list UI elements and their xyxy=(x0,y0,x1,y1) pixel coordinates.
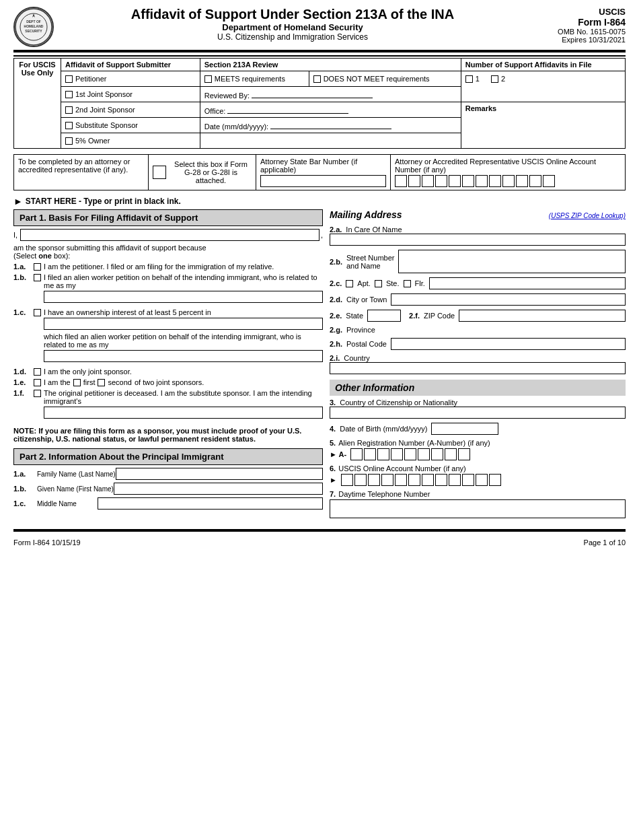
header-divider2 xyxy=(13,55,626,57)
item-5-group: 5. Alien Registration Number (A-Number) … xyxy=(330,439,626,460)
flr-checkbox[interactable] xyxy=(404,280,411,287)
part2-given-input[interactable] xyxy=(114,483,323,495)
acct-cell-11[interactable] xyxy=(529,175,541,187)
uscis-acct-7[interactable] xyxy=(422,474,434,486)
uscis-acct-6[interactable] xyxy=(408,474,420,486)
acct-cell-3[interactable] xyxy=(422,175,434,187)
item-3-label: Country of Citizenship or Nationality xyxy=(340,398,457,407)
meets-checkbox[interactable] xyxy=(204,75,212,83)
part2-1a-label: Family Name (Last Name) xyxy=(37,470,116,478)
addr-2g-row: 2.g. Province xyxy=(330,326,626,334)
usps-link[interactable]: (USPS ZIP Code Lookup) xyxy=(549,212,626,219)
bar-number-input[interactable] xyxy=(260,175,386,187)
acct-cell-4[interactable] xyxy=(435,175,447,187)
acct-cell-5[interactable] xyxy=(449,175,461,187)
acct-cell-6[interactable] xyxy=(462,175,474,187)
part2-family-input[interactable] xyxy=(116,468,323,480)
uscis-acct-10[interactable] xyxy=(462,474,474,486)
item-1c-company-input[interactable] xyxy=(44,318,323,330)
addr-2a-label: In Care Of Name xyxy=(346,225,402,234)
a-num-6[interactable] xyxy=(418,448,430,460)
item-1c-checkbox[interactable] xyxy=(34,309,41,316)
addr-2a-input[interactable] xyxy=(330,234,626,246)
reviewed-by-input[interactable] xyxy=(252,89,373,98)
second-checkbox[interactable] xyxy=(98,379,105,386)
addr-2f-num: 2.f. xyxy=(409,312,420,320)
item-1d-checkbox[interactable] xyxy=(34,368,41,376)
addr-2h-input[interactable] xyxy=(391,338,626,350)
uscis-acct-3[interactable] xyxy=(368,474,380,486)
a-num-5[interactable] xyxy=(404,448,416,460)
petitioner-checkbox[interactable] xyxy=(65,75,73,83)
1st-joint-checkbox[interactable] xyxy=(65,91,73,98)
date-input[interactable] xyxy=(270,120,391,129)
item-1f-content: The original petitioner is deceased. I a… xyxy=(44,389,323,421)
a-num-8[interactable] xyxy=(445,448,457,460)
apt-checkbox[interactable] xyxy=(346,280,353,287)
a-num-7[interactable] xyxy=(431,448,443,460)
item-1c-content: I have an ownership interest of at least… xyxy=(44,308,323,365)
sponsor-name-input[interactable] xyxy=(20,229,320,241)
addr-2i-num: 2.i. xyxy=(330,354,340,362)
item-4-input[interactable] xyxy=(431,423,498,435)
item-1c-relation-input[interactable] xyxy=(44,350,323,362)
uscis-online-row: ► xyxy=(330,474,626,486)
ste-checkbox[interactable] xyxy=(375,280,382,287)
office-input[interactable] xyxy=(227,104,348,114)
a-num-4[interactable] xyxy=(391,448,403,460)
item-7-input[interactable] xyxy=(330,499,626,518)
account-segmented xyxy=(395,175,621,187)
date-row: Date (mm/dd/yyyy): xyxy=(200,118,461,133)
num2-checkbox[interactable] xyxy=(491,75,498,83)
addr-2a-group: 2.a. In Care Of Name xyxy=(330,225,626,246)
a-num-9[interactable] xyxy=(458,448,470,460)
addr-2d-input[interactable] xyxy=(391,293,626,306)
acct-cell-12[interactable] xyxy=(543,175,555,187)
acct-cell-10[interactable] xyxy=(516,175,528,187)
uscis-acct-11[interactable] xyxy=(476,474,488,486)
acct-cell-8[interactable] xyxy=(489,175,501,187)
a-num-1[interactable] xyxy=(350,448,363,460)
num1-checkbox[interactable] xyxy=(465,75,473,83)
page-header: DEPT OF HOMELAND SECURITY Affidavit of S… xyxy=(13,7,626,47)
uscis-acct-12[interactable] xyxy=(489,474,501,486)
5pct-checkbox[interactable] xyxy=(65,137,73,145)
a-num-3[interactable] xyxy=(377,448,389,460)
2nd-joint-checkbox[interactable] xyxy=(65,106,73,114)
acct-cell-9[interactable] xyxy=(502,175,515,187)
item-1e-content: I am the first second of two joint spons… xyxy=(44,378,323,386)
item-1a-checkbox[interactable] xyxy=(34,263,41,271)
acct-cell-7[interactable] xyxy=(476,175,488,187)
first-checkbox[interactable] xyxy=(73,379,81,386)
item-1b-input[interactable] xyxy=(44,291,323,303)
acct-cell-1[interactable] xyxy=(395,175,407,187)
g28-checkbox[interactable] xyxy=(153,166,166,179)
addr-2h-num: 2.h. xyxy=(330,340,342,348)
a-num-2[interactable] xyxy=(364,448,376,460)
addr-2i-input[interactable] xyxy=(330,362,626,374)
item-3-input[interactable] xyxy=(330,407,626,419)
addr-2b-num: 2.b. xyxy=(330,258,342,266)
item-1b-checkbox[interactable] xyxy=(34,274,41,281)
acct-cell-2[interactable] xyxy=(408,175,420,187)
part2-1a-row: 1.a. Family Name (Last Name) xyxy=(13,468,323,480)
addr-2f-input[interactable] xyxy=(459,310,626,322)
part2-middle-input[interactable] xyxy=(98,497,323,510)
uscis-acct-1[interactable] xyxy=(341,474,353,486)
item-1e-checkbox[interactable] xyxy=(34,379,41,386)
uscis-acct-8[interactable] xyxy=(435,474,447,486)
uscis-acct-5[interactable] xyxy=(395,474,407,486)
uscis-acct-2[interactable] xyxy=(354,474,367,486)
col2-header: Section 213A Review xyxy=(200,59,461,71)
uscis-acct-4[interactable] xyxy=(381,474,393,486)
item-1f-checkbox[interactable] xyxy=(34,390,41,397)
item-1f-input[interactable] xyxy=(44,407,323,419)
addr-2c-input[interactable] xyxy=(429,277,626,289)
does-not-meet-checkbox[interactable] xyxy=(313,75,321,83)
addr-2b-input[interactable] xyxy=(398,250,626,273)
addr-2e-input[interactable] xyxy=(367,310,401,322)
item-3-row: 3. Country of Citizenship or Nationality xyxy=(330,398,626,407)
substitute-checkbox[interactable] xyxy=(65,122,73,129)
item-1c: 1.c. I have an ownership interest of at … xyxy=(13,308,323,365)
uscis-acct-9[interactable] xyxy=(449,474,461,486)
